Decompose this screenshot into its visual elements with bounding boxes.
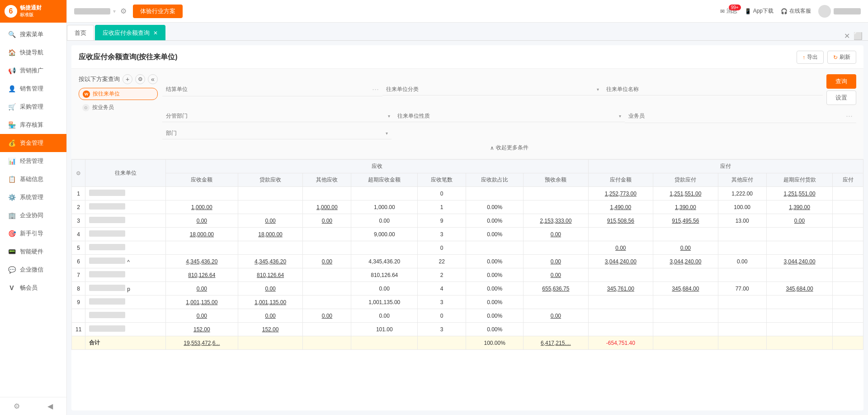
link-value[interactable]: 1,001,135.00: [165, 296, 238, 309]
table-settings-icon[interactable]: ⚙: [76, 170, 81, 176]
row-no: 9: [72, 296, 85, 309]
link-value[interactable]: 3,044,240.00: [766, 255, 833, 268]
link-value[interactable]: 915,495.56: [653, 214, 718, 228]
app-download-button[interactable]: 📱 App下载: [745, 7, 774, 15]
link-value[interactable]: 18,000.00: [238, 228, 303, 241]
sidebar-item-quicknav[interactable]: 🏠 快捷导航: [0, 43, 66, 62]
link-value[interactable]: 1,390.00: [766, 200, 833, 214]
link-value[interactable]: 0.00: [524, 268, 589, 282]
sidebar-label-member: 畅会员: [20, 284, 38, 292]
sidebar-item-search[interactable]: 🔍 搜索菜单: [0, 25, 66, 43]
filter-by-unit-option[interactable]: W 按往来单位: [79, 88, 158, 100]
link-value[interactable]: 0.00: [165, 282, 238, 296]
query-button[interactable]: 查询: [826, 74, 856, 89]
sidebar-item-sales[interactable]: 👤 销售管理: [0, 80, 66, 98]
link-value[interactable]: 3,044,240.00: [653, 255, 718, 268]
salesperson-dots-icon[interactable]: ···: [846, 111, 853, 121]
sidebar-item-system[interactable]: ⚙️ 系统管理: [0, 188, 66, 206]
link-value[interactable]: 18,000.00: [165, 228, 238, 241]
filter-settings-button[interactable]: ⚙: [135, 74, 145, 84]
sidebar-item-finance[interactable]: 💰 资金管理: [0, 134, 66, 152]
message-button[interactable]: ✉ 消息 99+: [720, 7, 737, 15]
filter-by-salesperson-option[interactable]: ⊙ 按业务员: [79, 102, 158, 113]
total-ar-prepaid[interactable]: 6,417,215....: [524, 336, 589, 350]
sidebar-item-guide[interactable]: 🎯 新手引导: [0, 224, 66, 243]
sidebar-settings-icon[interactable]: ⚙: [14, 402, 20, 410]
solution-button[interactable]: 体验行业方案: [133, 5, 183, 18]
settings-button[interactable]: 设置: [826, 91, 856, 105]
link-value[interactable]: 810,126.64: [238, 268, 303, 282]
link-value[interactable]: 0.00: [303, 214, 351, 228]
settlement-dots-icon[interactable]: ···: [372, 85, 379, 94]
field-settlement-unit[interactable]: 结算单位 ···: [162, 83, 382, 96]
link-value[interactable]: 0.00: [165, 309, 238, 323]
tab-close-icon[interactable]: ✕: [153, 30, 158, 36]
link-value[interactable]: 0.00: [238, 309, 303, 323]
link-value[interactable]: 0.00: [524, 309, 589, 323]
sidebar-item-enterprise[interactable]: 🏢 企业协同: [0, 206, 66, 224]
sidebar-item-inventory[interactable]: 🏪 库存核算: [0, 116, 66, 134]
link-value[interactable]: 345,761.00: [588, 282, 653, 296]
link-value[interactable]: 0.00: [303, 309, 351, 323]
link-value[interactable]: 0.00: [524, 228, 589, 241]
filter-add-button[interactable]: +: [123, 74, 132, 84]
field-salesperson[interactable]: 业务员 ···: [625, 110, 856, 123]
field-section-dept[interactable]: 部门 ▾: [162, 128, 392, 139]
link-value[interactable]: 0.00: [524, 255, 589, 268]
link-value[interactable]: 0.00: [303, 255, 351, 268]
online-service-button[interactable]: 🎧 在线客服: [781, 7, 811, 15]
link-value[interactable]: 1,490.00: [588, 200, 653, 214]
link-value[interactable]: 345,684.00: [653, 282, 718, 296]
link-value[interactable]: 1,001,135.00: [238, 296, 303, 309]
export-button[interactable]: ↑ 导出: [797, 51, 824, 64]
link-value[interactable]: 810,126.64: [165, 268, 238, 282]
tab-home[interactable]: 首页: [67, 25, 94, 40]
collapse-button[interactable]: ∧ 收起更多条件: [488, 142, 530, 153]
gear-icon[interactable]: ⚙: [120, 7, 127, 15]
refresh-button[interactable]: ↻ 刷新: [827, 51, 856, 64]
field-partner-category[interactable]: 往来单位分类 ▾: [382, 84, 603, 95]
top-header: ▾ ⚙ 体验行业方案 ✉ 消息 99+ 📱 App下载 🎧 在线客服: [67, 0, 868, 23]
field-partner-name[interactable]: 往来单位名称: [603, 84, 823, 95]
sidebar-item-purchase[interactable]: 🛒 采购管理: [0, 98, 66, 116]
user-profile[interactable]: [818, 5, 861, 18]
link-value[interactable]: 1,251,551.00: [766, 187, 833, 200]
col-settings-header[interactable]: ⚙: [72, 160, 85, 187]
link-value[interactable]: 0.00: [653, 241, 718, 255]
sidebar-item-hardware[interactable]: 📟 智能硬件: [0, 243, 66, 261]
sidebar-item-wechat[interactable]: 💬 企业微信: [0, 261, 66, 279]
sidebar-item-operation[interactable]: 📊 经营管理: [0, 152, 66, 170]
close-window-button[interactable]: ✕: [844, 32, 850, 40]
link-value[interactable]: 0.00: [165, 214, 238, 228]
link-value[interactable]: 3,044,240.00: [588, 255, 653, 268]
sidebar-collapse-icon[interactable]: ◀: [47, 402, 53, 410]
sidebar-item-marketing[interactable]: 📢 营销推广: [0, 62, 66, 80]
link-value[interactable]: 4,345,436.20: [238, 255, 303, 268]
link-value[interactable]: 1,251,551.00: [653, 187, 718, 200]
field-dept[interactable]: 分管部门 ▾: [162, 110, 394, 122]
link-value[interactable]: 1,000.00: [303, 200, 351, 214]
link-value[interactable]: 1,390.00: [653, 200, 718, 214]
tab-arquery[interactable]: 应收应付余额查询 ✕: [95, 25, 165, 40]
link-value[interactable]: 915,508.56: [588, 214, 653, 228]
sidebar-item-member[interactable]: V 畅会员: [0, 279, 66, 297]
total-ar-ratio: 100.00%: [466, 336, 524, 350]
link-value[interactable]: 0.00: [238, 214, 303, 228]
filter-mode-row: 按以下方案查询 + ⚙ « W 按往来单位 ⊙ 按业务员: [79, 74, 856, 153]
total-ar-amount[interactable]: 19,553,472,6...: [165, 336, 238, 350]
link-value[interactable]: 0.00: [238, 282, 303, 296]
link-value[interactable]: 0.00: [588, 241, 653, 255]
link-value[interactable]: 4,345,436.20: [165, 255, 238, 268]
link-value[interactable]: 655,636.75: [524, 282, 589, 296]
link-value[interactable]: 152.00: [165, 323, 238, 336]
maximize-window-button[interactable]: ⬜: [854, 32, 863, 40]
sidebar-item-basic[interactable]: 📋 基础信息: [0, 170, 66, 188]
link-value[interactable]: 1,252,773.00: [588, 187, 653, 200]
link-value[interactable]: 1,000.00: [165, 200, 238, 214]
link-value[interactable]: 152.00: [238, 323, 303, 336]
filter-back-button[interactable]: «: [148, 74, 158, 84]
link-value[interactable]: 2,153,333.00: [524, 214, 589, 228]
field-partner-nature[interactable]: 往来单位性质 ▾: [394, 110, 625, 122]
link-value[interactable]: 345,684.00: [766, 282, 833, 296]
link-value[interactable]: 0.00: [766, 214, 833, 228]
